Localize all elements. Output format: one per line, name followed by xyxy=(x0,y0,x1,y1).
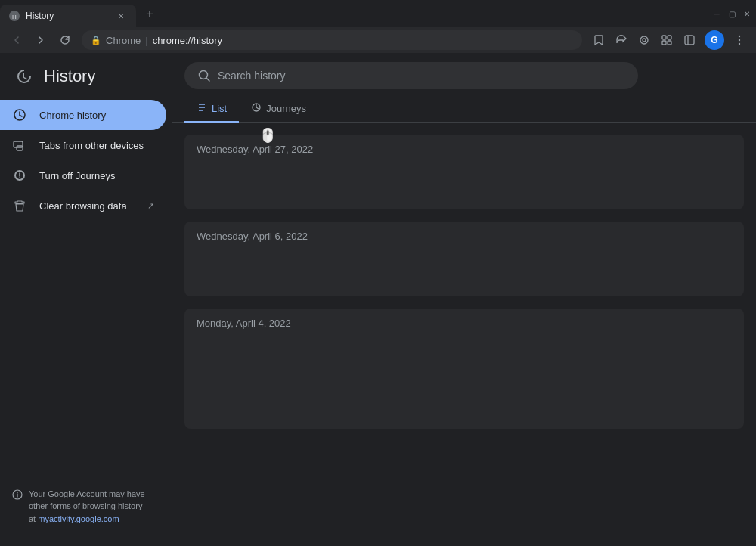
search-icon xyxy=(191,62,218,89)
nav-item-tabs-other-devices[interactable]: Tabs from other devices xyxy=(0,130,166,160)
history-section-0: Wednesday, April 27, 2022 xyxy=(184,135,744,209)
tabs-other-devices-icon xyxy=(12,138,27,153)
svg-rect-14 xyxy=(14,141,23,147)
list-icon xyxy=(197,102,207,115)
svg-rect-4 xyxy=(662,36,666,39)
history-section-header-2: Monday, April 4, 2022 xyxy=(184,309,744,338)
tab-favicon: H xyxy=(9,11,20,21)
toolbar-icons: G xyxy=(588,29,750,51)
history-section-1: Wednesday, April 6, 2022 xyxy=(184,222,744,296)
sidebar-footer: Your Google Account may have other forms… xyxy=(0,476,172,538)
menu-button[interactable] xyxy=(729,29,750,51)
view-tabs-row: List Journeys xyxy=(172,89,756,123)
tab-journeys-label: Journeys xyxy=(266,103,306,114)
svg-rect-6 xyxy=(662,41,666,45)
new-tab-button[interactable]: ＋ xyxy=(139,3,160,24)
nav-item-turn-off-journeys[interactable]: Turn off Journeys xyxy=(0,160,166,191)
svg-rect-15 xyxy=(17,146,23,150)
main-area: List Journeys 🖱️ Wednesday, April 27, 20… xyxy=(172,53,756,546)
minimize-button[interactable]: ─ xyxy=(711,8,723,20)
active-tab[interactable]: H History ✕ xyxy=(0,5,136,27)
svg-point-16 xyxy=(19,177,20,178)
history-section-body-1 xyxy=(184,251,744,296)
chrome-history-label: Chrome history xyxy=(39,110,106,121)
address-separator: | xyxy=(145,35,147,46)
tab-journeys[interactable]: Journeys xyxy=(239,96,318,123)
journeys-icon xyxy=(251,102,262,115)
sidebar: History Chrome history Tabs from other d… xyxy=(0,53,172,546)
search-input[interactable] xyxy=(218,62,632,89)
share-button[interactable] xyxy=(611,29,632,51)
security-icon: 🔒 xyxy=(91,36,101,45)
chrome-history-icon xyxy=(12,107,27,123)
history-sections: Wednesday, April 27, 2022 Wednesday, Apr… xyxy=(172,123,756,546)
clear-browsing-data-icon xyxy=(12,198,27,213)
turn-off-journeys-label: Turn off Journeys xyxy=(39,170,115,181)
address-origin: Chrome xyxy=(106,35,141,46)
svg-point-2 xyxy=(640,36,648,44)
svg-rect-7 xyxy=(668,41,671,45)
history-section-body-0 xyxy=(184,164,744,209)
external-link-icon: ↗ xyxy=(147,201,154,211)
svg-line-20 xyxy=(206,78,209,81)
window-controls: ─ ▢ ✕ xyxy=(711,8,753,20)
address-bar-row: 🔒 Chrome | chrome://history G xyxy=(0,27,756,53)
tab-list[interactable]: List xyxy=(184,96,239,123)
svg-point-11 xyxy=(739,39,740,41)
svg-text:H: H xyxy=(12,14,17,20)
tab-bar: H History ✕ ＋ ─ ▢ ✕ xyxy=(0,0,756,27)
nav-item-clear-browsing-data[interactable]: Clear browsing data ↗ xyxy=(0,191,166,221)
svg-point-12 xyxy=(739,43,740,45)
address-bar[interactable]: 🔒 Chrome | chrome://history xyxy=(82,30,582,50)
footer-text: Your Google Account may have other forms… xyxy=(29,488,160,526)
history-section-header-0: Wednesday, April 27, 2022 xyxy=(184,135,744,164)
page-content: History Chrome history Tabs from other d… xyxy=(0,53,756,546)
tabs-other-devices-label: Tabs from other devices xyxy=(39,140,144,151)
bookmark-button[interactable] xyxy=(588,29,609,51)
svg-point-18 xyxy=(17,492,17,492)
history-section-2: Monday, April 4, 2022 xyxy=(184,309,744,429)
svg-point-10 xyxy=(739,36,740,37)
history-page-icon xyxy=(12,65,35,88)
extensions-button[interactable] xyxy=(656,29,677,51)
sidebar-button[interactable] xyxy=(679,29,700,51)
footer-link[interactable]: myactivity.google.com xyxy=(38,514,119,523)
browser-chrome: H History ✕ ＋ ─ ▢ ✕ 🔒 Chrome | chrome://… xyxy=(0,0,756,53)
profile-button[interactable]: G xyxy=(705,30,724,50)
reload-button[interactable] xyxy=(54,29,76,51)
page-header: History xyxy=(0,62,172,100)
svg-rect-5 xyxy=(668,36,671,39)
search-bar-row xyxy=(172,53,756,89)
turn-off-journeys-icon xyxy=(12,168,27,183)
close-button[interactable]: ✕ xyxy=(741,8,753,20)
back-button[interactable] xyxy=(6,29,27,51)
history-section-body-2 xyxy=(184,338,744,429)
clear-browsing-data-label: Clear browsing data xyxy=(39,200,127,212)
tab-close-button[interactable]: ✕ xyxy=(115,10,127,22)
tab-list-label: List xyxy=(212,103,227,114)
history-section-header-1: Wednesday, April 6, 2022 xyxy=(184,222,744,251)
search-bar-container[interactable] xyxy=(184,62,638,89)
tab-title: History xyxy=(26,11,109,21)
svg-rect-8 xyxy=(685,36,694,45)
nav-item-chrome-history[interactable]: Chrome history xyxy=(0,100,166,130)
address-url: chrome://history xyxy=(153,35,222,46)
forward-button[interactable] xyxy=(30,29,51,51)
maximize-button[interactable]: ▢ xyxy=(726,8,738,20)
chrome-icon[interactable] xyxy=(634,29,655,51)
page-title: History xyxy=(44,67,95,86)
svg-point-3 xyxy=(643,39,646,42)
